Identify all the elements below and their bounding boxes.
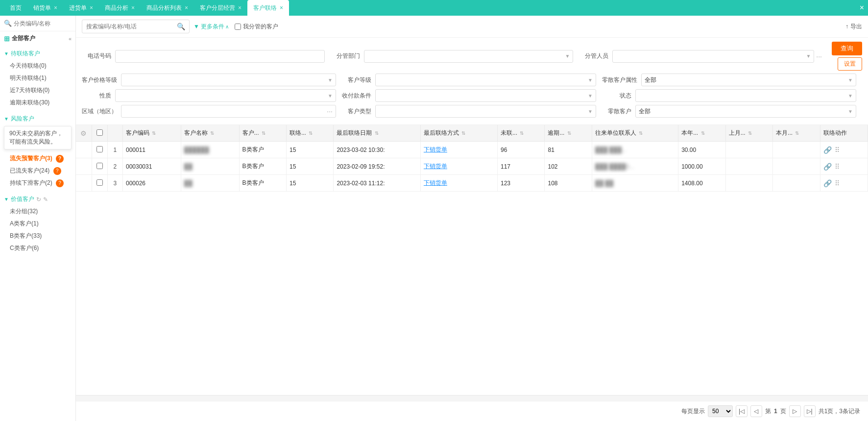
sidebar-item-week[interactable]: 近7天待联络(0) — [0, 84, 75, 97]
last-page-btn[interactable]: ▷| — [804, 405, 816, 417]
my-customers-checkbox-label[interactable]: 我分管的客户 — [235, 23, 278, 31]
payment-select[interactable]: ▼ — [375, 89, 596, 102]
tab-close-customer-layer[interactable]: × — [238, 4, 241, 11]
per-page-select[interactable]: 50 100 — [708, 405, 733, 417]
person-select[interactable]: ▼ — [612, 50, 814, 63]
row-action-more[interactable]: ⠿ — [835, 146, 840, 154]
tab-close-purchase[interactable]: × — [90, 4, 93, 11]
col-gear: ⚙ — [76, 125, 92, 142]
row-unlinked: 117 — [498, 158, 545, 175]
tab-purchase[interactable]: 进货单 × — [63, 0, 99, 16]
group-value: ▼ 价值客户 ↻ ✎ 未分组(32) A类客户(1) B类客户(33) C类客户… — [0, 191, 75, 256]
group-waiting-title[interactable]: ▼ 待联络客户 — [0, 48, 75, 60]
col-this-month[interactable]: 本月... ⇅ — [773, 125, 820, 142]
close-all-tabs[interactable]: × — [860, 3, 864, 12]
row-overdue: 102 — [545, 158, 592, 175]
col-this-year[interactable]: 本年... ⇅ — [678, 125, 725, 142]
tab-customer-contact[interactable]: 客户联络 × — [247, 0, 289, 16]
search-input-wrap: 🔍 — [82, 20, 190, 33]
phone-input[interactable] — [115, 50, 325, 63]
col-overdue[interactable]: 逾期... ⇅ — [545, 125, 592, 142]
row-last-method[interactable]: 下销货单 — [420, 142, 497, 158]
tab-sales[interactable]: 销货单 × — [27, 0, 63, 16]
col-type[interactable]: 客户... ⇅ — [239, 125, 286, 142]
sidebar-item-overdue[interactable]: 逾期未联络(30) — [0, 97, 75, 109]
sidebar-item-a-class[interactable]: A类客户(1) — [0, 218, 75, 230]
sidebar-item-declining[interactable]: 持续下滑客户(2) ? — [0, 177, 75, 189]
grade-select[interactable]: ▼ — [375, 74, 596, 86]
row-action-link[interactable]: 🔗 — [823, 163, 832, 171]
status-select[interactable]: ▼ — [635, 89, 856, 102]
col-contact-person[interactable]: 往来单位联系人 ⇅ — [592, 125, 678, 142]
tab-customer-layer[interactable]: 客户分层经营 × — [194, 0, 247, 16]
row-action-link[interactable]: 🔗 — [823, 146, 832, 154]
tab-analysis-list[interactable]: 商品分析列表 × — [141, 0, 194, 16]
search-icon[interactable]: 🔍 — [177, 23, 185, 30]
sidebar-item-today[interactable]: 今天待联络(0) — [0, 60, 75, 72]
tab-analysis[interactable]: 商品分析 × — [99, 0, 141, 16]
nature-select[interactable]: ▼ — [115, 89, 336, 102]
row-checkbox[interactable] — [92, 175, 107, 192]
col-code[interactable]: 客户编码 ⇅ — [122, 125, 181, 142]
row-checkbox[interactable] — [92, 142, 107, 158]
filter-zero-customer: 零散客户 全部 ▼ — [602, 105, 856, 118]
sidebar-item-tomorrow[interactable]: 明天待联络(1) — [0, 72, 75, 84]
row-last-method[interactable]: 下销货单 — [420, 175, 497, 192]
row-action-more[interactable]: ⠿ — [835, 179, 840, 187]
tab-close-customer-contact[interactable]: × — [280, 4, 283, 11]
row-gear — [76, 175, 92, 192]
next-page-btn[interactable]: ▷ — [789, 405, 801, 417]
payment-arrow: ▼ — [588, 93, 593, 99]
zero-customer-select[interactable]: 全部 ▼ — [635, 105, 856, 118]
sidebar-item-ungrouped[interactable]: 未分组(32) — [0, 205, 75, 218]
gear-icon[interactable]: ⚙ — [80, 129, 87, 137]
tab-home[interactable]: 首页 — [4, 0, 27, 16]
declining-badge: ? — [56, 179, 64, 187]
group-value-title[interactable]: ▼ 价值客户 ↻ ✎ — [0, 193, 75, 205]
tab-close-sales[interactable]: × — [54, 4, 57, 11]
region-more-icon[interactable]: ··· — [327, 107, 333, 115]
price-grade-select[interactable]: ▼ — [121, 74, 336, 86]
dept-select[interactable]: ▼ — [364, 50, 574, 63]
sidebar-item-churn-warning[interactable]: 流失预警客户(3) ? — [0, 152, 75, 165]
zero-attr-select[interactable]: 全部 ▼ — [641, 74, 856, 86]
current-page: 1 — [774, 408, 777, 415]
group-value-edit[interactable]: ✎ — [43, 196, 48, 203]
group-risk-title[interactable]: ▼ 风险客户 — [0, 113, 75, 125]
sidebar-item-churned[interactable]: 已流失客户(24) ? — [0, 165, 75, 177]
col-name[interactable]: 客户名称 ⇅ — [181, 125, 239, 142]
row-last-method[interactable]: 下销货单 — [420, 158, 497, 175]
export-button[interactable]: ↑ 导出 — [845, 23, 862, 31]
row-action-more[interactable]: ⠿ — [835, 163, 840, 171]
col-last-month[interactable]: 上月... ⇅ — [725, 125, 772, 142]
sidebar-search-input[interactable] — [14, 20, 72, 27]
row-action-link[interactable]: 🔗 — [823, 179, 832, 187]
col-last-date[interactable]: 最后联络日期 ⇅ — [334, 125, 421, 142]
person-more-icon[interactable]: ··· — [816, 52, 822, 60]
tab-close-analysis[interactable]: × — [131, 4, 135, 11]
tab-close-analysis-list[interactable]: × — [185, 4, 188, 11]
prev-page-btn[interactable]: ◁ — [750, 405, 762, 417]
region-select[interactable]: ··· — [121, 105, 336, 118]
table-scroll-bar[interactable] — [76, 395, 868, 401]
my-customers-checkbox[interactable] — [235, 24, 241, 30]
search-input[interactable] — [86, 23, 177, 30]
col-contact[interactable]: 联络... ⇅ — [286, 125, 333, 142]
sidebar-item-c-class[interactable]: C类客户(6) — [0, 242, 75, 254]
group-value-refresh[interactable]: ↻ — [36, 196, 41, 203]
col-last-method[interactable]: 最后联络方式 ⇅ — [420, 125, 497, 142]
settings-button[interactable]: 设置 — [838, 57, 862, 71]
row-this-month — [773, 158, 820, 175]
more-filter-button[interactable]: ▼ 更多条件 ∧ — [193, 23, 229, 31]
col-unlinked[interactable]: 未联... ⇅ — [498, 125, 545, 142]
select-all-checkbox[interactable] — [96, 129, 103, 136]
sidebar-item-b-class[interactable]: B类客户(33) — [0, 230, 75, 242]
nature-arrow: ▼ — [328, 93, 333, 99]
query-button[interactable]: 查询 — [832, 42, 862, 55]
filter-payment: 收付款条件 ▼ — [342, 89, 596, 102]
row-checkbox[interactable] — [92, 158, 107, 175]
sidebar-root[interactable]: ⊞ 全部客户 « — [0, 31, 75, 46]
first-page-btn[interactable]: |◁ — [736, 405, 747, 417]
row-last-date: 2023-02-03 11:12: — [334, 175, 421, 192]
customer-type-select[interactable]: ▼ — [375, 105, 596, 118]
